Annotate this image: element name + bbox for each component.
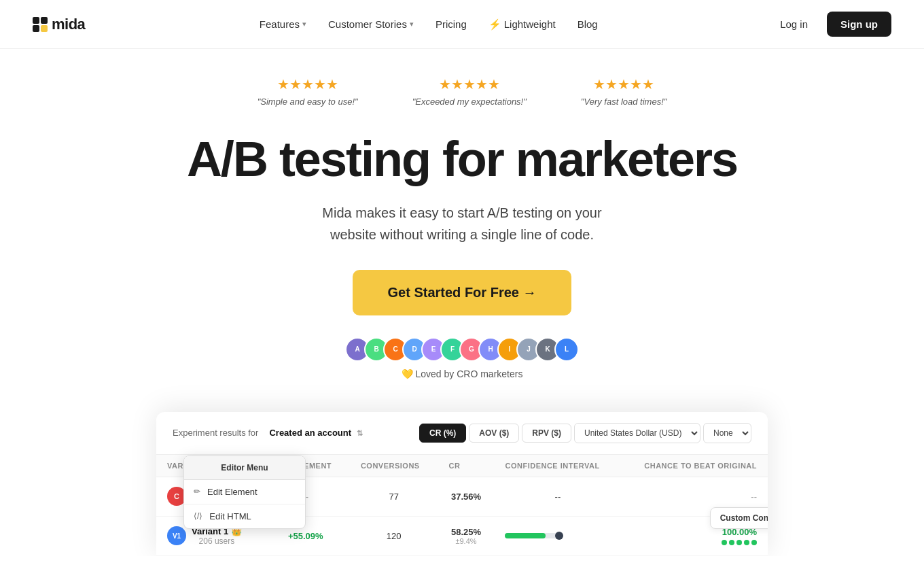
review-item-2: ★★★★★ "Exceeded my expectations!"	[412, 76, 527, 107]
chevron-down-icon: ▾	[410, 20, 414, 29]
dots-row	[632, 540, 757, 545]
dot-3	[736, 540, 742, 545]
confidence-bar-container	[505, 533, 610, 538]
dot-1	[722, 540, 727, 545]
svg-rect-0	[33, 17, 39, 24]
badge-v1: V1	[167, 526, 186, 545]
tab-aov[interactable]: AOV ($)	[469, 424, 519, 443]
chevron-down-icon: ▾	[302, 20, 306, 29]
avatars-row: ABCDEFGHIJKL	[345, 337, 579, 362]
filter-select[interactable]: None	[703, 423, 751, 443]
stars-1: ★★★★★	[277, 76, 338, 92]
editor-menu: Editor Menu ✏ Edit Element ⟨/⟩ Edit HTML	[183, 456, 306, 529]
nav-links: Features ▾ Customer Stories ▾ Pricing ⚡ …	[260, 18, 598, 31]
logo[interactable]: mida	[33, 16, 85, 33]
nav-link-customer-stories[interactable]: Customer Stories ▾	[328, 18, 414, 30]
nav-item-features[interactable]: Features ▾	[260, 18, 306, 30]
review-item-1: ★★★★★ "Simple and easy to use!"	[257, 76, 358, 107]
stars-3: ★★★★★	[593, 76, 654, 92]
svg-rect-1	[41, 17, 48, 24]
edit-element-item[interactable]: ✏ Edit Element	[184, 480, 305, 504]
hero-subtitle: Mida makes it easy to start A/B testing …	[322, 202, 601, 245]
col-conversions: CONVERSIONS	[350, 455, 438, 477]
confidence-control: --	[494, 477, 621, 516]
logo-text: mida	[52, 16, 85, 33]
svg-rect-2	[33, 25, 39, 32]
conversions-v1: 120	[350, 516, 438, 555]
sort-icon[interactable]: ⇅	[357, 429, 363, 437]
nav-item-customer-stories[interactable]: Customer Stories ▾	[328, 18, 414, 30]
avatar: L	[554, 337, 579, 362]
nav-item-blog[interactable]: Blog	[578, 18, 598, 30]
currency-select[interactable]: United States Dollar (USD)	[574, 423, 700, 443]
col-chance: CHANCE TO BEAT ORIGINAL	[621, 455, 768, 477]
confidence-fill	[505, 533, 546, 538]
experiment-name: Created an account ⇅	[269, 428, 362, 438]
review-text-1: "Simple and easy to use!"	[257, 97, 358, 107]
review-item-3: ★★★★★ "Very fast load times!"	[581, 76, 667, 107]
dot-5	[751, 540, 757, 545]
edit-html-item[interactable]: ⟨/⟩ Edit HTML	[184, 504, 305, 528]
nav-link-features[interactable]: Features ▾	[260, 18, 306, 30]
navbar: mida Features ▾ Customer Stories ▾ Prici…	[0, 0, 924, 49]
social-proof: ABCDEFGHIJKL 💛 Loved by CRO marketers	[345, 337, 579, 379]
loved-text: 💛 Loved by CRO marketers	[402, 368, 523, 379]
nav-link-blog[interactable]: Blog	[578, 18, 598, 30]
code-icon: ⟨/⟩	[194, 511, 202, 521]
hero-section: ★★★★★ "Simple and easy to use!" ★★★★★ "E…	[0, 49, 924, 556]
edit-icon: ✏	[194, 487, 200, 496]
confidence-v1	[494, 516, 621, 555]
tab-cr[interactable]: CR (%)	[419, 424, 466, 443]
hero-title: A/B testing for marketers	[187, 134, 737, 186]
tab-rpv[interactable]: RPV ($)	[522, 424, 571, 443]
nav-link-pricing[interactable]: Pricing	[436, 18, 467, 30]
lightning-icon: ⚡	[488, 18, 501, 31]
reviews-row: ★★★★★ "Simple and easy to use!" ★★★★★ "E…	[257, 76, 667, 107]
custom-conf-label: Custom Conf...	[710, 507, 768, 529]
dot-4	[744, 540, 749, 545]
review-text-2: "Exceeded my expectations!"	[412, 97, 527, 107]
nav-link-lightweight[interactable]: ⚡ Lightweight	[488, 18, 556, 31]
dot-2	[729, 540, 734, 545]
experiment-label: Experiment results for	[173, 428, 258, 438]
svg-rect-3	[41, 25, 48, 32]
db-tabs: CR (%) AOV ($) RPV ($) United States Dol…	[419, 423, 751, 443]
nav-item-lightweight[interactable]: ⚡ Lightweight	[488, 18, 556, 31]
variant-users-v1: 206 users	[192, 536, 242, 546]
nav-item-pricing[interactable]: Pricing	[436, 18, 467, 30]
dashboard-preview: Experiment results for Created an accoun…	[156, 412, 768, 556]
nav-actions: Log in Sign up	[772, 12, 891, 37]
db-header: Experiment results for Created an accoun…	[156, 412, 768, 455]
editor-menu-header: Editor Menu	[184, 456, 305, 480]
cta-button[interactable]: Get Started For Free →	[353, 270, 572, 315]
signup-button[interactable]: Sign up	[827, 12, 891, 37]
login-button[interactable]: Log in	[772, 13, 816, 35]
conversions-control: 77	[350, 477, 438, 516]
col-confidence: CONFIDENCE INTERVAL	[494, 455, 621, 477]
review-text-3: "Very fast load times!"	[581, 97, 667, 107]
stars-2: ★★★★★	[439, 76, 500, 92]
confidence-bar	[505, 533, 559, 538]
col-cr: CR	[438, 455, 494, 477]
cr-control: 37.56%	[438, 477, 494, 516]
cr-v1: 58.25% ±9.4%	[438, 516, 494, 555]
confidence-dot	[555, 532, 563, 540]
logo-icon	[33, 17, 48, 32]
